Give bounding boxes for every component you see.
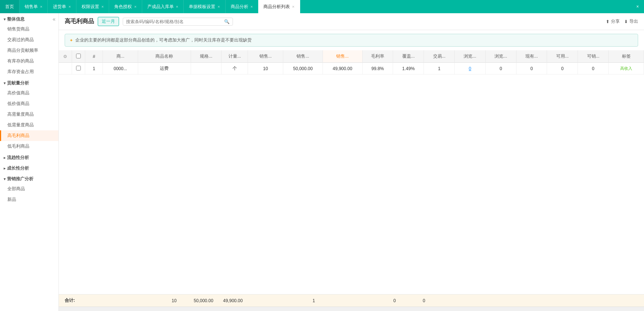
sidebar-group-marketing[interactable]: ▾ 营销推广分析 (0, 173, 58, 184)
col-coverage[interactable]: 覆盖... (393, 50, 424, 63)
sidebar-collapse-button[interactable]: « (53, 16, 55, 22)
nav-inbound[interactable]: 产成品入库单 × (142, 0, 184, 13)
tag-badge: 高收入 (620, 66, 632, 70)
footer-cell-sales2: 50,000.00 (189, 298, 218, 303)
close-icon[interactable]: × (101, 4, 104, 9)
table-header-row: ⚙ # 商... 商品名称 规格... (59, 50, 644, 63)
sidebar-item-traded-goods[interactable]: 交易过的商品 (0, 35, 58, 45)
col-settings[interactable]: ⚙ (59, 50, 72, 63)
cell-index: 1 (85, 63, 103, 75)
col-available[interactable]: 可用... (547, 50, 578, 63)
search-icon[interactable]: 🔍 (224, 19, 230, 24)
col-code[interactable]: 商... (103, 50, 138, 63)
export-button[interactable]: ⬇ 导出 (624, 18, 638, 25)
cell-code: 0000... (103, 63, 138, 75)
col-sales1[interactable]: 销售... (248, 50, 283, 63)
search-box: 🔍 (123, 18, 233, 26)
footer-cell-empty1 (82, 298, 159, 303)
top-nav: 首页 销售单 × 进货单 × 权限设置 × 角色授权 × 产成品入库单 × 单据… (0, 0, 644, 13)
sidebar-group-overall[interactable]: ▾ 整体信息 (0, 13, 58, 24)
close-icon[interactable]: × (176, 4, 178, 9)
filter-recent-month-button[interactable]: 近一月 (98, 17, 119, 26)
nav-sales[interactable]: 销售单 × (19, 0, 48, 13)
content-area: 高毛利商品 近一月 🔍 ⬆ 分享 ⬇ 导出 ✦ 企业的主要的利润都是这部分商品创… (59, 13, 644, 311)
cell-spec (191, 63, 222, 75)
close-icon[interactable]: × (134, 4, 136, 9)
col-trade[interactable]: 交易... (424, 50, 455, 63)
close-icon[interactable]: × (217, 4, 220, 9)
col-gross-rate[interactable]: 毛利率 (362, 50, 393, 63)
col-index: # (85, 50, 103, 63)
arrow-down-icon: ▾ (4, 177, 6, 181)
footer-cell-empty2 (248, 298, 299, 303)
sidebar-group-trend[interactable]: ▸ 流趋性分析 (0, 152, 58, 162)
share-button[interactable]: ⬆ 分享 (606, 18, 620, 25)
cell-browse2: 0 (485, 63, 516, 75)
cell-settings (59, 63, 72, 75)
nav-analysis-list[interactable]: 商品分析列表 × (258, 0, 300, 13)
cell-trade: 1 (424, 63, 455, 75)
sidebar-item-high-margin[interactable]: 高毛利商品 (0, 130, 58, 141)
close-all-button[interactable]: × (631, 0, 644, 13)
sidebar-group-contribution[interactable]: ▾ 贡献量分析 (0, 77, 58, 88)
cell-current: 0 (516, 63, 547, 75)
sidebar-item-high-value[interactable]: 高价值商品 (0, 88, 58, 98)
nav-permission[interactable]: 权限设置 × (76, 0, 109, 13)
col-current[interactable]: 现有... (516, 50, 547, 63)
table-container: ⚙ # 商... 商品名称 规格... (59, 50, 644, 294)
nav-home[interactable]: 首页 (0, 0, 19, 13)
sidebar-item-stock-capital[interactable]: 库存资金占用 (0, 66, 58, 77)
info-banner: ✦ 企业的主要的利润都是这部分商品创造的，可考虑加大推广，同时关注库存是不要出现… (65, 34, 638, 47)
sidebar-item-low-demand[interactable]: 低需量度商品 (0, 120, 58, 130)
cell-browse1: 0 (455, 63, 486, 75)
info-icon: ✦ (69, 38, 73, 43)
cell-tag: 高收入 (609, 63, 644, 75)
close-icon[interactable]: × (292, 4, 294, 9)
close-icon[interactable]: × (68, 4, 71, 9)
col-spec[interactable]: 规格... (191, 50, 222, 63)
close-icon[interactable]: × (40, 4, 42, 9)
arrow-down-icon: ▾ (4, 81, 6, 85)
col-sales3[interactable]: 销售... (323, 50, 362, 63)
cell-checkbox (72, 63, 85, 75)
cell-name: 运费 (138, 63, 191, 75)
horizontal-scrollbar[interactable] (59, 307, 644, 311)
col-browse2[interactable]: 浏览... (485, 50, 516, 63)
sidebar-item-new-goods[interactable]: 新品 (0, 194, 58, 205)
footer-cell-sales3: 49,900.00 (218, 298, 248, 303)
settings-icon[interactable]: ⚙ (63, 54, 67, 59)
col-name[interactable]: 商品名称 (138, 50, 191, 63)
col-tag[interactable]: 标签 (609, 50, 644, 63)
nav-template[interactable]: 单据模板设置 × (184, 0, 225, 13)
close-icon[interactable]: × (251, 4, 253, 9)
cell-sales1: 10 (248, 63, 283, 75)
col-checkbox (72, 50, 85, 63)
search-input[interactable] (126, 19, 224, 24)
col-unit[interactable]: 计量... (222, 50, 248, 63)
col-browse1[interactable]: 浏览... (455, 50, 486, 63)
nav-purchase[interactable]: 进货单 × (48, 0, 76, 13)
sidebar: « ▾ 整体信息 销售货商品 交易过的商品 商品分贡献频率 有库存的商品 库存资… (0, 13, 59, 311)
nav-role[interactable]: 角色授权 × (109, 0, 142, 13)
col-sales2[interactable]: 销售... (283, 50, 323, 63)
cell-unit: 个 (222, 63, 248, 75)
sidebar-item-all-goods[interactable]: 全部商品 (0, 184, 58, 194)
footer-cells: 10 50,000.00 49,900.00 1 0 0 (82, 298, 638, 303)
cell-sales2: 50,000.00 (283, 63, 323, 75)
sidebar-item-in-stock-goods[interactable]: 有库存的商品 (0, 56, 58, 66)
cell-available: 0 (547, 63, 578, 75)
footer-cell-saleable: 0 (409, 298, 439, 303)
select-all-checkbox[interactable] (76, 54, 81, 58)
browse-link[interactable]: 0 (469, 66, 471, 71)
footer-cell-trade: 1 (299, 298, 328, 303)
sidebar-item-low-value[interactable]: 低价值商品 (0, 98, 58, 109)
row-checkbox[interactable] (76, 66, 81, 70)
footer-label: 合计: (65, 297, 75, 304)
sidebar-item-low-margin[interactable]: 低毛利商品 (0, 141, 58, 152)
sidebar-group-growth[interactable]: ▸ 成长性分析 (0, 162, 58, 173)
sidebar-item-contribution-rate[interactable]: 商品分贡献频率 (0, 45, 58, 56)
sidebar-item-high-demand[interactable]: 高需量度商品 (0, 109, 58, 120)
sidebar-item-sales-goods[interactable]: 销售货商品 (0, 24, 58, 35)
nav-analysis[interactable]: 商品分析 × (226, 0, 258, 13)
col-saleable[interactable]: 可销... (578, 50, 609, 63)
